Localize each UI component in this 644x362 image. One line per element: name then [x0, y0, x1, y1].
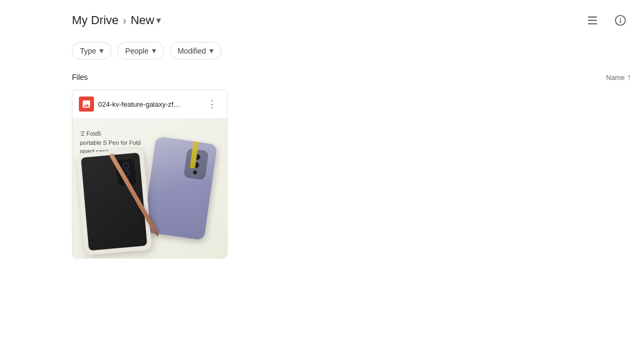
- list-view-button[interactable]: [582, 10, 603, 31]
- file-type-icon: [79, 97, 94, 112]
- content-area: My Drive › New ▾: [59, 0, 644, 275]
- svg-rect-0: [588, 17, 597, 18]
- file-name-label: 024-kv-feature-galaxy-zf…: [98, 100, 180, 108]
- thumbnail-text-line2: portable S Pen for Fold: [80, 138, 141, 147]
- files-header: Files Name ↑: [72, 72, 631, 82]
- type-filter-chevron: ▾: [99, 46, 104, 56]
- filter-row: Type ▾ People ▾ Modified ▾: [72, 42, 631, 60]
- breadcrumb-new[interactable]: New ▾: [130, 13, 161, 27]
- chevron-down-icon: ▾: [156, 14, 161, 26]
- sort-name-button[interactable]: Name ↑: [606, 72, 631, 82]
- svg-rect-1: [588, 20, 597, 21]
- breadcrumb-row: My Drive › New ▾: [72, 10, 631, 31]
- breadcrumb-left: My Drive › New ▾: [72, 13, 161, 27]
- file-card-title: 024-kv-feature-galaxy-zf…: [79, 97, 180, 112]
- type-filter-label: Type: [80, 47, 96, 55]
- files-section: Files Name ↑: [72, 72, 631, 258]
- svg-rect-2: [588, 24, 597, 25]
- image-icon: [82, 99, 91, 109]
- people-filter-chip[interactable]: People ▾: [117, 42, 164, 60]
- page-container: My Drive › New ▾: [0, 0, 644, 362]
- camera-lens-3: [193, 170, 197, 175]
- info-button[interactable]: [610, 10, 631, 31]
- files-label: Files: [72, 73, 88, 82]
- file-card-header: 024-kv-feature-galaxy-zf… ⋮: [72, 90, 227, 119]
- front-camera-lens-1: [122, 162, 129, 169]
- thumbnail-text-line1: 'Z Fold5: [80, 129, 141, 138]
- modified-filter-chip[interactable]: Modified ▾: [170, 42, 222, 60]
- type-filter-chip[interactable]: Type ▾: [72, 42, 112, 60]
- modified-filter-chevron: ▾: [209, 46, 214, 56]
- file-grid: 024-kv-feature-galaxy-zf… ⋮ 'Z Fold5: [72, 90, 631, 258]
- file-more-button[interactable]: ⋮: [203, 95, 221, 113]
- more-icon: ⋮: [207, 98, 217, 110]
- info-icon: [614, 14, 626, 26]
- people-filter-chevron: ▾: [152, 46, 156, 56]
- phone-illustration: 'Z Fold5 portable S Pen for Fold npact c…: [72, 119, 227, 258]
- file-thumbnail: 'Z Fold5 portable S Pen for Fold npact c…: [72, 119, 227, 258]
- modified-filter-label: Modified: [178, 47, 206, 55]
- breadcrumb-separator: ›: [123, 14, 127, 27]
- sort-direction-icon: ↑: [627, 72, 631, 82]
- file-card[interactable]: 024-kv-feature-galaxy-zf… ⋮ 'Z Fold5: [72, 90, 228, 258]
- sort-label: Name: [606, 73, 625, 82]
- breadcrumb-new-label: New: [130, 13, 154, 27]
- header-icons: [582, 10, 631, 31]
- list-view-icon: [587, 14, 598, 26]
- breadcrumb-my-drive[interactable]: My Drive: [72, 13, 119, 27]
- people-filter-label: People: [125, 47, 149, 55]
